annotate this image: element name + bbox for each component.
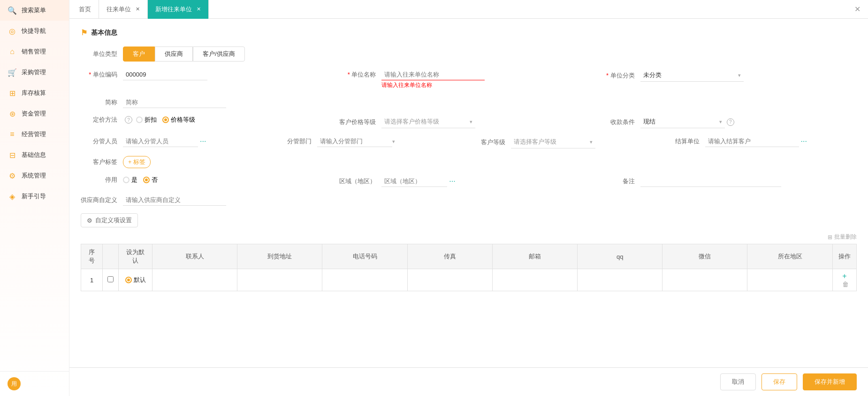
default-radio[interactable] bbox=[125, 277, 132, 283]
batch-delete-area: ⊞ 批量删除 bbox=[81, 233, 857, 241]
unit-category-select[interactable]: 未分类 ▾ bbox=[640, 69, 744, 82]
form-row-tags: 客户标签 + 标签 bbox=[81, 156, 857, 168]
manager-input[interactable] bbox=[123, 136, 198, 147]
sidebar-item-search[interactable]: 🔍 搜索菜单 bbox=[0, 0, 69, 21]
sidebar-item-label: 新手引导 bbox=[22, 192, 46, 201]
section-title: ⚑ 基本信息 bbox=[81, 28, 857, 37]
system-icon: ⚙ bbox=[8, 171, 17, 180]
sidebar-item-label: 经营管理 bbox=[22, 130, 46, 139]
sidebar-item-basic[interactable]: ⊟ 基础信息 bbox=[0, 145, 69, 165]
sidebar-item-finance[interactable]: ⊛ 资金管理 bbox=[0, 103, 69, 124]
close-window-button[interactable]: ✕ bbox=[849, 5, 866, 14]
tab-new-partner[interactable]: 新增往来单位 ✕ bbox=[148, 0, 209, 19]
settlement-input[interactable] bbox=[705, 136, 799, 147]
payment-terms-group: 收款条件 现结 ▾ ? bbox=[598, 116, 857, 128]
col-action: 操作 bbox=[832, 244, 856, 269]
remark-input[interactable] bbox=[640, 176, 781, 187]
customer-level-select[interactable]: 请选择客户等级 ▾ bbox=[511, 136, 595, 148]
sidebar-item-inventory[interactable]: ⊞ 库存核算 bbox=[0, 83, 69, 103]
radio-discount[interactable]: 折扣 bbox=[136, 116, 157, 124]
radio-yes[interactable]: 是 bbox=[123, 176, 137, 184]
unit-name-input[interactable] bbox=[381, 69, 485, 80]
unit-type-supplier[interactable]: 供应商 bbox=[155, 47, 193, 62]
unit-type-customer[interactable]: 客户 bbox=[123, 47, 155, 62]
batch-delete-icon: ⊞ bbox=[828, 234, 832, 241]
sidebar-item-purchase[interactable]: 🛒 采购管理 bbox=[0, 62, 69, 83]
custom-settings-button[interactable]: ⚙ 自定义项设置 bbox=[81, 213, 138, 227]
sidebar-item-operations[interactable]: ≡ 经营管理 bbox=[0, 124, 69, 145]
unit-category-group: 单位分类 未分类 ▾ bbox=[598, 69, 857, 82]
cancel-button[interactable]: 取消 bbox=[720, 373, 756, 390]
close-new-partner-tab[interactable]: ✕ bbox=[197, 6, 201, 12]
flag-icon: ⚑ bbox=[81, 28, 87, 37]
dept-input[interactable] bbox=[317, 136, 392, 147]
customer-level-label: 客户等级 bbox=[469, 138, 511, 147]
manager-more-button[interactable]: ··· bbox=[198, 137, 208, 146]
radio-discount-label: 折扣 bbox=[145, 116, 157, 124]
sidebar: 🔍 搜索菜单 ◎ 快捷导航 ⌂ 销售管理 🛒 采购管理 ⊞ 库存核算 ⊛ 资金管… bbox=[0, 0, 69, 396]
sidebar-item-guide[interactable]: ◈ 新手引导 bbox=[0, 186, 69, 207]
cell-fax[interactable] bbox=[407, 269, 492, 291]
sidebar-item-label: 搜索菜单 bbox=[22, 6, 46, 15]
delete-row-button[interactable]: 🗑 bbox=[842, 280, 849, 288]
short-name-input[interactable] bbox=[123, 97, 226, 108]
sidebar-item-quick-nav[interactable]: ◎ 快捷导航 bbox=[0, 21, 69, 41]
pricing-help-icon[interactable]: ? bbox=[125, 116, 132, 124]
payment-terms-select[interactable]: 现结 ▾ bbox=[640, 116, 725, 128]
disabled-group: 停用 是 否 bbox=[81, 176, 339, 184]
close-partner-tab[interactable]: ✕ bbox=[136, 6, 140, 12]
cell-address[interactable] bbox=[237, 269, 322, 291]
inventory-icon: ⊞ bbox=[8, 88, 17, 98]
unit-name-group: 单位名称 请输入往来单位名称 bbox=[339, 69, 598, 89]
cell-qq[interactable] bbox=[578, 269, 662, 291]
tab-bar: 首页 往来单位 ✕ 新增往来单位 ✕ ✕ bbox=[69, 0, 868, 19]
default-label: 默认 bbox=[134, 276, 146, 284]
col-region: 所在地区 bbox=[747, 244, 832, 269]
radio-no-label: 否 bbox=[152, 176, 158, 184]
row-checkbox[interactable] bbox=[107, 276, 114, 282]
customer-level-placeholder: 请选择客户等级 bbox=[514, 138, 556, 146]
unit-name-label: 单位名称 bbox=[339, 70, 381, 79]
radio-no-circle bbox=[143, 177, 150, 183]
sidebar-item-system[interactable]: ⚙ 系统管理 bbox=[0, 165, 69, 186]
radio-yes-circle bbox=[123, 177, 129, 183]
sidebar-item-label: 基础信息 bbox=[22, 151, 46, 159]
form-row-shortname: 简称 bbox=[81, 97, 857, 108]
cell-email[interactable] bbox=[492, 269, 577, 291]
customer-price-select[interactable]: 请选择客户价格等级 ▾ bbox=[381, 116, 475, 128]
cell-region[interactable] bbox=[747, 269, 832, 291]
payment-terms-value: 现结 bbox=[643, 117, 655, 126]
save-button[interactable]: 保存 bbox=[761, 373, 797, 390]
cell-contact[interactable] bbox=[152, 269, 237, 291]
radio-price-level-label: 价格等级 bbox=[171, 116, 195, 124]
save-new-button[interactable]: 保存并新增 bbox=[803, 373, 857, 390]
settlement-more-button[interactable]: ··· bbox=[799, 137, 809, 146]
region-more-button[interactable]: ··· bbox=[447, 177, 457, 186]
pricing-method-label: 定价方法 bbox=[81, 116, 123, 124]
tab-home[interactable]: 首页 bbox=[71, 0, 99, 19]
customer-tag-group: 客户标签 + 标签 bbox=[81, 156, 857, 168]
supplier-custom-group: 供应商自定义 bbox=[81, 194, 857, 206]
cell-checkbox[interactable] bbox=[103, 269, 119, 291]
guide-icon: ◈ bbox=[8, 192, 17, 201]
settlement-label: 结算单位 bbox=[663, 137, 705, 146]
add-row-button[interactable]: + bbox=[842, 272, 846, 280]
sidebar-bottom: 用 bbox=[0, 371, 69, 396]
batch-delete-label[interactable]: 批量删除 bbox=[834, 233, 857, 241]
search-icon: 🔍 bbox=[8, 6, 17, 15]
supplier-custom-input[interactable] bbox=[123, 194, 226, 206]
form-row-manager: 分管人员 ··· 分管部门 ▾ 客户等级 请选择客户等级 ▾ 结算单位 ··· bbox=[81, 136, 857, 148]
cell-wechat[interactable] bbox=[662, 269, 747, 291]
cell-phone[interactable] bbox=[322, 269, 407, 291]
disabled-label: 停用 bbox=[81, 176, 123, 184]
dept-label: 分管部门 bbox=[275, 137, 317, 146]
sidebar-item-sales[interactable]: ⌂ 销售管理 bbox=[0, 41, 69, 62]
radio-no[interactable]: 否 bbox=[143, 176, 158, 184]
tab-partner[interactable]: 往来单位 ✕ bbox=[99, 0, 148, 19]
region-input[interactable] bbox=[381, 176, 447, 187]
add-tag-button[interactable]: + 标签 bbox=[123, 156, 151, 168]
radio-price-level[interactable]: 价格等级 bbox=[162, 116, 195, 124]
unit-code-input[interactable] bbox=[123, 69, 207, 80]
payment-terms-help-icon[interactable]: ? bbox=[727, 118, 734, 126]
unit-type-both[interactable]: 客户/供应商 bbox=[193, 47, 245, 62]
